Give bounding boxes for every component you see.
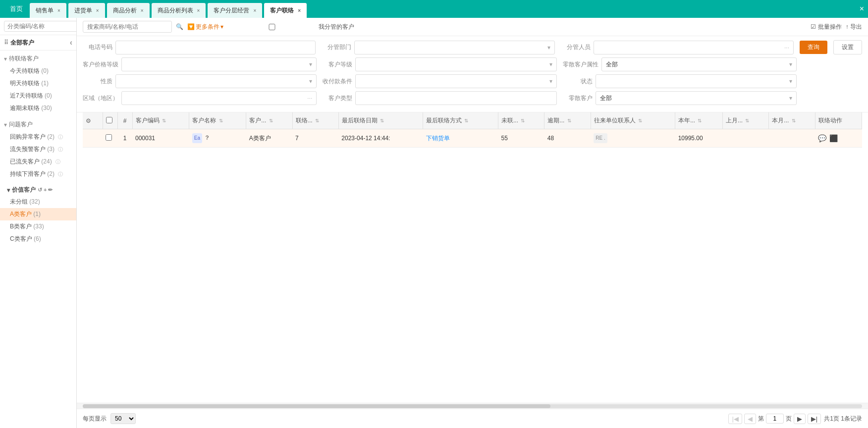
col-checkbox [103, 112, 117, 129]
action-message-icon[interactable]: 💬 [818, 134, 826, 142]
filter-nature-select[interactable]: ▾ [115, 74, 317, 88]
cell-this-month [769, 129, 815, 148]
value-customers-title[interactable]: ▾ 价值客户 ↺ + ✏ [0, 184, 76, 196]
sidebar-item-declining[interactable]: 持续下滑客户 (2) ⓘ [0, 168, 76, 180]
col-last-contact-way[interactable]: 最后联络方式 ⇅ [423, 112, 498, 129]
page-size-select[interactable]: 50 100 200 [110, 413, 136, 424]
filter-status-select[interactable]: ▾ [596, 74, 797, 88]
filter-retail-attr: 零散客户属性 全部▾ [563, 57, 797, 71]
tab-close-sales[interactable]: × [57, 8, 60, 13]
settings-gear-icon[interactable]: ⚙ [86, 117, 91, 124]
filter-retail-attr-select[interactable]: 全部▾ [601, 57, 797, 71]
cell-last-date: 2023-04-12 14:44: [338, 129, 423, 148]
filter-payment-select[interactable]: ▾ [355, 74, 556, 88]
tab-close-customer-segment[interactable]: × [253, 8, 256, 13]
my-customers-checkbox[interactable] [227, 24, 317, 30]
batch-op-button[interactable]: ☑ 批量操作 [811, 23, 841, 31]
setting-button[interactable]: 设置 [833, 40, 862, 54]
sidebar-item-unclassified[interactable]: 未分组 (32) [0, 196, 76, 208]
col-contacts[interactable]: 往来单位联系人 ⇅ [591, 112, 675, 129]
problem-customers-group: ▾ 问题客户 回购异常客户 (2) ⓘ 流失预警客户 (3) ⓘ 已流失客户 (… [0, 116, 76, 182]
filter-manager-input[interactable]: ··· [594, 41, 794, 54]
action-qr-icon[interactable]: ⬛ [829, 134, 838, 142]
cell-checkbox[interactable] [103, 129, 117, 148]
query-button[interactable]: 查询 [800, 41, 827, 54]
main-search-icon[interactable]: 🔍 [176, 23, 183, 30]
last-page-button[interactable]: ▶| [808, 414, 821, 424]
sidebar-item-7days[interactable]: 近7天待联络 (0) [0, 90, 76, 102]
cell-action: 💬 ⬛ [815, 129, 862, 148]
info-icon-0: ⓘ [58, 134, 63, 140]
col-last-month[interactable]: 上月... ⇅ [723, 112, 769, 129]
filter-row-1: 电话号码 分管部门 ▾ 分管人员 ··· 查询 设置 [83, 40, 862, 54]
row-checkbox[interactable] [106, 134, 112, 141]
edit-group-icon[interactable]: ✏ [48, 187, 53, 193]
tab-customer-contact[interactable]: 客户联络 × [264, 3, 307, 18]
col-num: # [117, 112, 132, 129]
filter-customer-level-select[interactable]: ▾ [355, 57, 556, 71]
tab-close-customer-contact[interactable]: × [298, 8, 301, 13]
sidebar-item-tomorrow[interactable]: 明天待联络 (1) [0, 77, 76, 90]
sidebar-item-class-b[interactable]: B类客户 (33) [0, 220, 76, 233]
tab-purchase[interactable]: 进货单 × [68, 3, 105, 18]
problem-customers-title[interactable]: ▾ 问题客户 [0, 118, 76, 131]
col-name[interactable]: 客户名称 ⇅ [189, 112, 246, 129]
filter-phone-input[interactable] [115, 41, 316, 54]
refresh-icon[interactable]: ↺ [38, 187, 42, 193]
filter-retail-select[interactable]: 全部▾ [596, 91, 797, 105]
export-button[interactable]: ↑ 导出 [846, 23, 862, 31]
filter-customer-type: 客户类型 [323, 91, 556, 105]
tab-close-product-analysis-list[interactable]: × [197, 8, 200, 13]
col-overdue[interactable]: 逾期... ⇅ [544, 112, 591, 129]
sidebar-item-repurchase-abnormal[interactable]: 回购异常客户 (2) ⓘ [0, 131, 76, 143]
tab-sales[interactable]: 销售单 × [30, 3, 66, 18]
close-all-button[interactable]: × [860, 4, 864, 13]
tab-customer-segment[interactable]: 客户分层经营 × [208, 3, 262, 18]
last-way-link[interactable]: 下销货单 [426, 135, 450, 142]
main-search-input[interactable] [83, 21, 172, 33]
col-code[interactable]: 客户编码 ⇅ [132, 112, 189, 129]
page-navigation: |◀ ◀ 第 页 ▶ ▶| [728, 414, 821, 424]
first-page-button[interactable]: |◀ [728, 414, 742, 424]
sidebar-item-churn-warning[interactable]: 流失预警客户 (3) ⓘ [0, 143, 76, 156]
col-settings[interactable]: ⚙ [83, 112, 103, 129]
filter-region-input[interactable]: ··· [121, 91, 317, 105]
select-all-checkbox[interactable] [106, 117, 112, 123]
tab-product-analysis-list[interactable]: 商品分析列表 × [152, 3, 206, 18]
col-this-year[interactable]: 本年... ⇅ [675, 112, 723, 129]
sidebar-item-class-a[interactable]: A类客户 (1) [0, 208, 76, 220]
filter-customer-type-input[interactable] [355, 91, 556, 105]
my-customers-checkbox-label[interactable]: 我分管的客户 [227, 23, 354, 31]
collapse-all-customers[interactable]: ‹ [70, 38, 72, 47]
col-customer-type[interactable]: 客户... ⇅ [246, 112, 292, 129]
prev-page-button[interactable]: ◀ [744, 414, 756, 424]
filter-row-4: 区域（地区） ··· 客户类型 零散客户 全部▾ [83, 91, 862, 105]
filter-dept-select[interactable]: ▾ [354, 41, 554, 54]
sidebar-search-input[interactable] [4, 21, 77, 32]
page-number-input[interactable] [766, 414, 784, 424]
all-customers-header[interactable]: ⠿ 全部客户 ‹ [0, 35, 76, 51]
col-contact-count[interactable]: 联络... ⇅ [292, 112, 338, 129]
col-last-contact-date[interactable]: 最后联络日期 ⇅ [338, 112, 423, 129]
col-not-contacted[interactable]: 未联... ⇅ [498, 112, 544, 129]
tab-close-purchase[interactable]: × [96, 8, 99, 13]
more-filters-button[interactable]: 🔽 更多条件 ▾ [187, 23, 223, 31]
col-action: 联络动作 [815, 112, 862, 129]
footer-right: |◀ ◀ 第 页 ▶ ▶| 共1页 1条记录 [728, 414, 862, 424]
add-group-icon[interactable]: + [44, 187, 47, 193]
filter-phone: 电话号码 [83, 41, 316, 54]
filter-price-level-select[interactable]: ▾ [121, 57, 317, 71]
sidebar-item-today[interactable]: 今天待联络 (0) [0, 65, 76, 77]
filter-payment: 收付款条件 ▾ [323, 74, 556, 88]
value-customers-actions: ↺ + ✏ [38, 187, 53, 193]
next-page-button[interactable]: ▶ [794, 414, 806, 424]
horizontal-scrollbar[interactable] [77, 403, 868, 409]
sidebar-item-class-c[interactable]: C类客户 (6) [0, 233, 76, 245]
tab-product-analysis[interactable]: 商品分析 × [107, 3, 150, 18]
tab-close-product-analysis[interactable]: × [141, 8, 144, 13]
home-tab[interactable]: 首页 [4, 4, 29, 13]
sidebar-item-overdue[interactable]: 逾期未联络 (30) [0, 102, 76, 114]
pending-contact-title[interactable]: ▾ 待联络客户 [0, 53, 76, 65]
col-this-month[interactable]: 本月... ⇅ [769, 112, 815, 129]
sidebar-item-churned[interactable]: 已流失客户 (24) ⓘ [0, 156, 76, 168]
